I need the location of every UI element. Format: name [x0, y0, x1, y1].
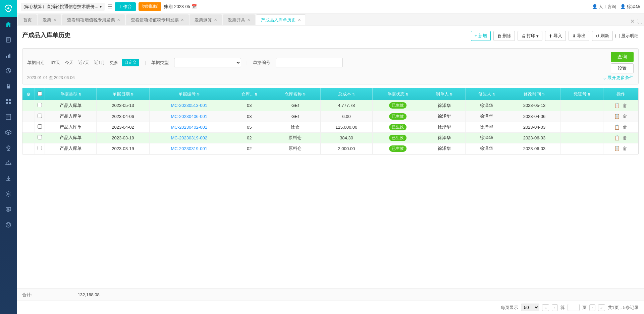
row-checkbox[interactable] — [38, 103, 42, 107]
row-checkbox-cell[interactable] — [35, 111, 45, 122]
row-delete-icon[interactable]: 🗑 — [623, 135, 627, 140]
select-all-checkbox[interactable] — [38, 91, 42, 96]
row-number[interactable]: MC-20230402-001 — [149, 122, 229, 132]
col-status[interactable]: 单据状态⇅ — [372, 88, 423, 100]
switch-period-button[interactable]: 切到旧版 — [139, 2, 161, 11]
sidebar-item-inventory[interactable] — [0, 125, 17, 140]
tab-purchase-vat[interactable]: 查看进项增值税专用发票 ✕ — [126, 14, 189, 25]
refresh-button[interactable]: ↺ 刷新 — [592, 31, 613, 41]
tab-sales-vat-close[interactable]: ✕ — [117, 18, 120, 22]
row-checkbox[interactable] — [38, 114, 42, 118]
tab-product-in[interactable]: 产成品入库单历史 ✕ — [256, 14, 306, 25]
row-delete-icon[interactable]: 🗑 — [623, 124, 627, 130]
last-page-button[interactable]: » — [598, 304, 605, 311]
filter-today[interactable]: 今天 — [63, 59, 75, 66]
sidebar-item-lock[interactable] — [0, 78, 17, 94]
row-checkbox[interactable] — [38, 135, 42, 139]
row-number-link[interactable]: MC-20230513-001 — [171, 103, 207, 108]
import-button[interactable]: ⬆ 导入 — [545, 31, 566, 41]
row-number-link[interactable]: MC-20230402-001 — [171, 125, 207, 130]
user-service[interactable]: 👤 人工咨询 — [592, 4, 616, 10]
tab-invoice-open-close[interactable]: ✕ — [247, 18, 250, 22]
sidebar-item-download[interactable] — [0, 171, 17, 186]
filter-last1month[interactable]: 近1月 — [93, 59, 106, 66]
row-number-link[interactable]: MC-20230319-001 — [171, 146, 207, 151]
delete-button[interactable]: 🗑 删除 — [493, 31, 515, 41]
col-number[interactable]: 单据编号⇅ — [149, 88, 229, 100]
filter-yesterday[interactable]: 昨天 — [50, 59, 61, 66]
filter-last7days[interactable]: 近7天 — [77, 59, 91, 66]
first-page-button[interactable]: « — [542, 304, 549, 311]
row-checkbox-cell[interactable] — [35, 100, 45, 111]
row-checkbox[interactable] — [38, 124, 42, 129]
workbench-button[interactable]: 工作台 — [115, 2, 136, 11]
new-button[interactable]: + 新增 — [471, 31, 491, 41]
sidebar-item-analytics[interactable] — [0, 63, 17, 78]
sidebar-item-recycle[interactable] — [0, 155, 17, 171]
col-settings[interactable]: ⚙ — [22, 88, 35, 100]
row-delete-icon[interactable]: 🗑 — [623, 103, 627, 108]
col-modify-time[interactable]: 修改时间⇅ — [508, 88, 561, 100]
row-edit-icon[interactable]: 📋 — [614, 114, 620, 119]
sidebar-item-stamp[interactable] — [0, 140, 17, 155]
tab-invoice-close[interactable]: ✕ — [53, 18, 56, 22]
tab-sales-vat[interactable]: 查看销项增值税专用发票 ✕ — [62, 14, 125, 25]
expand-button[interactable]: ⌄ 展开更多条件 — [603, 75, 634, 81]
row-number[interactable]: MC-20230513-001 — [149, 100, 229, 111]
tab-invoice[interactable]: 发票 ✕ — [38, 14, 61, 25]
page-number-input[interactable]: 1 — [568, 304, 580, 311]
sidebar-item-play[interactable] — [0, 202, 17, 217]
row-edit-icon[interactable]: 📋 — [614, 146, 620, 151]
row-edit-icon[interactable]: 📋 — [614, 124, 620, 130]
filter-more[interactable]: 更多 — [108, 59, 120, 66]
sidebar-item-grid[interactable] — [0, 94, 17, 109]
user-menu[interactable]: 👤 徐泽华 — [620, 4, 640, 10]
sidebar-item-voucher[interactable] — [0, 32, 17, 48]
tab-invoice-calc[interactable]: 发票测算 ✕ — [190, 14, 222, 25]
print-button[interactable]: 🖨 打印 ▾ — [518, 31, 542, 41]
col-creator[interactable]: 制单人⇅ — [423, 88, 465, 100]
set-button[interactable]: 设置 — [611, 63, 634, 73]
row-number[interactable]: MC-20230319-002 — [149, 132, 229, 143]
row-checkbox-cell[interactable] — [35, 132, 45, 143]
tab-expand-icon[interactable]: ⛶ — [637, 18, 643, 24]
tab-home[interactable]: 首页 — [18, 14, 37, 25]
row-checkbox-cell[interactable] — [35, 122, 45, 132]
tab-product-in-close[interactable]: ✕ — [298, 18, 301, 22]
row-number-link[interactable]: MC-20230319-002 — [171, 135, 207, 140]
row-number[interactable]: MC-20230406-001 — [149, 111, 229, 122]
col-total-cost[interactable]: 总成本⇅ — [320, 88, 372, 100]
col-checkbox[interactable] — [35, 88, 45, 100]
col-warehouse-code[interactable]: 仓库...⇅ — [229, 88, 270, 100]
row-edit-icon[interactable]: 📋 — [614, 135, 620, 140]
sidebar-item-chart[interactable] — [0, 48, 17, 63]
period-calendar-icon[interactable]: 📅 — [192, 4, 197, 9]
sidebar-item-version[interactable]: V — [0, 217, 17, 233]
prev-page-button[interactable]: ‹ — [552, 304, 558, 311]
row-delete-icon[interactable]: 🗑 — [623, 114, 627, 119]
tab-invoice-calc-close[interactable]: ✕ — [214, 18, 217, 22]
row-number-link[interactable]: MC-20230406-001 — [171, 114, 207, 119]
sidebar-item-bill[interactable] — [0, 109, 17, 125]
query-button[interactable]: 查询 — [611, 52, 634, 62]
filter-custom[interactable]: 自定义 — [122, 59, 139, 66]
tab-purchase-vat-close[interactable]: ✕ — [181, 18, 184, 22]
row-number[interactable]: MC-20230319-001 — [149, 143, 229, 154]
company-selector[interactable]: (库存核算）直播轻挑通信息技术股份... ▾ — [21, 3, 105, 11]
filter-number-input[interactable] — [276, 58, 343, 67]
col-voucher[interactable]: 凭证号⇅ — [561, 88, 603, 100]
row-delete-icon[interactable]: 🗑 — [623, 146, 627, 151]
next-page-button[interactable]: › — [589, 304, 595, 311]
export-button[interactable]: ⬇ 导出 — [569, 31, 589, 41]
per-page-select[interactable]: 50 100 200 — [521, 304, 539, 311]
col-date[interactable]: 单据日期⇅ — [97, 88, 150, 100]
row-edit-icon[interactable]: 📋 — [614, 103, 620, 108]
sidebar-item-home[interactable] — [0, 17, 17, 32]
sidebar-item-settings[interactable] — [0, 186, 17, 202]
filter-type-select[interactable] — [174, 58, 241, 67]
display-toggle[interactable]: 显示明细 — [615, 33, 639, 39]
display-toggle-checkbox[interactable] — [615, 34, 620, 38]
col-type[interactable]: 单据类型⇅ — [45, 88, 97, 100]
tab-invoice-open[interactable]: 发票开具 ✕ — [223, 14, 255, 25]
col-warehouse-name[interactable]: 仓库名称⇅ — [270, 88, 320, 100]
